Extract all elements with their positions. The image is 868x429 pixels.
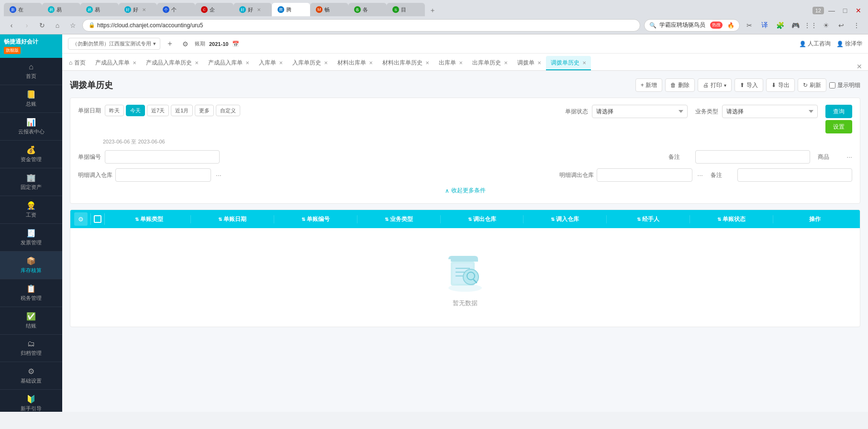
tab-close-all[interactable]: ✕ — [853, 63, 866, 70]
menu-icon[interactable]: ⋮ — [851, 20, 862, 31]
sidebar-item-fixed-assets[interactable]: 🏢固定资产 — [0, 168, 62, 196]
table-select-all-checkbox[interactable] — [94, 215, 101, 223]
tab-product-in2-close[interactable]: ✕ — [245, 60, 249, 66]
tab-material-out[interactable]: 材料出库单✕ — [333, 56, 378, 70]
biz-type-select[interactable]: 请选择 — [722, 105, 818, 118]
th-doc-status[interactable]: ⇅ 单账状态 — [690, 215, 773, 223]
sidebar-item-invoice[interactable]: 🧾发票管理 — [0, 224, 62, 252]
browser-tab-10[interactable]: 各 各 — [348, 3, 387, 16]
tab-product-in-history[interactable]: 产成品入库单历史✕ — [141, 56, 203, 70]
goods-picker[interactable]: ··· — [846, 153, 852, 161]
th-doc-no[interactable]: ⇅ 单账编号 — [274, 215, 357, 223]
games-icon[interactable]: 🎮 — [790, 20, 801, 31]
1month-btn[interactable]: 近1月 — [171, 105, 193, 116]
th-doc-date[interactable]: ⇅ 单账日期 — [191, 215, 274, 223]
tab-transfer-history[interactable]: 调拨单历史✕ — [546, 56, 591, 70]
tab-product-in2[interactable]: 产成品入库单✕ — [203, 56, 254, 70]
export-btn[interactable]: ⬇ 导出 — [766, 78, 795, 92]
detail-in-picker[interactable]: ··· — [216, 171, 222, 179]
browser-tab-7[interactable]: 好 好 ✕ — [234, 3, 272, 16]
tab-material-out-history[interactable]: 材料出库单历史✕ — [378, 56, 434, 70]
company-settings-btn[interactable]: ⚙ — [179, 38, 191, 50]
forward-btn[interactable]: › — [21, 20, 33, 31]
7days-btn[interactable]: 近7天 — [147, 105, 169, 116]
browser-tab-6[interactable]: C 企 — [195, 3, 234, 16]
tab-stock-in[interactable]: 入库单✕ — [254, 56, 288, 70]
sidebar-item-capital[interactable]: 💰资金管理 — [0, 141, 62, 168]
today-btn[interactable]: 今天 — [126, 105, 145, 116]
calendar-icon[interactable]: 📅 — [232, 41, 239, 47]
tab-transfer-close[interactable]: ✕ — [537, 60, 541, 66]
sidebar-item-basic[interactable]: ⚙基础设置 — [0, 362, 62, 390]
browser-tab-2[interactable]: 易 易 — [42, 3, 80, 16]
refresh-btn[interactable]: ↻ 刷新 — [798, 78, 826, 92]
browser-tab-11[interactable]: S 目 — [387, 3, 425, 16]
yesterday-btn[interactable]: 昨天 — [105, 105, 124, 116]
sidebar-item-ledger[interactable]: 📒总账 — [0, 85, 62, 113]
sidebar-item-home[interactable]: ⌂首页 — [0, 58, 62, 85]
browser-tab-close-7[interactable]: ✕ — [257, 7, 261, 12]
table-settings-icon[interactable]: ⚙ — [74, 212, 88, 226]
collapse-btn[interactable]: ∧ 收起更多条件 — [445, 187, 486, 195]
sidebar-item-reports[interactable]: 📊云报表中心 — [0, 113, 62, 141]
tab-stock-in-close[interactable]: ✕ — [279, 60, 283, 66]
scissors-icon[interactable]: ✂ — [744, 20, 755, 31]
browser-minimize-btn[interactable]: — — [826, 5, 837, 16]
extensions-icon[interactable]: 🧩 — [774, 20, 786, 31]
import-btn[interactable]: ⬆ 导入 — [734, 78, 763, 92]
sidebar-item-settle[interactable]: ✅结账 — [0, 307, 62, 335]
tab-material-out-close[interactable]: ✕ — [369, 60, 373, 66]
remark-input[interactable] — [695, 150, 810, 164]
company-selector[interactable]: （勿删勿禁用）江西服宝测试专用 ▾ — [68, 38, 160, 50]
th-in-warehouse[interactable]: ⇅ 调入仓库 — [523, 215, 607, 223]
tab-home[interactable]: ⌂首页 — [64, 56, 90, 70]
detail-out-input[interactable] — [597, 168, 692, 182]
refresh-btn[interactable]: ↻ — [36, 20, 48, 31]
browser-tab-1[interactable]: 新 在 — [4, 3, 42, 16]
query-btn[interactable]: 查询 — [825, 105, 852, 118]
sidebar-item-guide[interactable]: 🔰新手引导 — [0, 390, 62, 412]
history-back-icon[interactable]: ↩ — [835, 20, 847, 31]
apps-icon[interactable]: ⋮⋮ — [805, 20, 816, 31]
show-all-checkbox[interactable] — [829, 82, 835, 88]
detail-out-picker[interactable]: ··· — [697, 171, 703, 179]
user-service-btn[interactable]: 👤 人工咨询 — [799, 40, 831, 48]
detail-remark-input[interactable] — [737, 168, 852, 182]
address-input[interactable]: 🔒 https://cloud.chanjet.com/accounting/u… — [82, 19, 640, 32]
tab-stock-in-history-close[interactable]: ✕ — [324, 60, 328, 66]
tab-stock-out-history-close[interactable]: ✕ — [504, 60, 508, 66]
tab-transfer[interactable]: 调拨单✕ — [512, 56, 546, 70]
tab-stock-out-history[interactable]: 出库单历史✕ — [467, 56, 512, 70]
tab-stock-in-history[interactable]: 入库单历史✕ — [288, 56, 333, 70]
back-btn[interactable]: ‹ — [6, 20, 17, 31]
browser-tab-5[interactable]: 个 个 — [157, 3, 195, 16]
doc-no-input[interactable] — [105, 150, 220, 164]
search-box[interactable]: 🔍 学霸应聘场驱鸟员 热搜 🔥 — [644, 19, 740, 32]
user-avatar[interactable]: 👤 徐泽华 — [836, 40, 862, 48]
tab-stock-out[interactable]: 出库单✕ — [434, 56, 467, 70]
new-tab-btn[interactable]: ＋ — [427, 5, 438, 16]
th-doc-type[interactable]: ⇅ 单账类型 — [108, 215, 191, 223]
tab-product-in-close[interactable]: ✕ — [133, 60, 136, 66]
tab-stock-out-close[interactable]: ✕ — [459, 60, 463, 66]
print-btn[interactable]: 🖨 打印 ▾ — [698, 78, 732, 92]
th-handler[interactable]: ⇅ 经手人 — [607, 215, 690, 223]
browser-maximize-btn[interactable]: □ — [839, 5, 851, 16]
home-btn[interactable]: ⌂ — [52, 20, 63, 31]
tab-transfer-history-close[interactable]: ✕ — [582, 60, 586, 66]
sidebar-item-inventory[interactable]: 📦库存核算 — [0, 252, 62, 279]
delete-btn[interactable]: 🗑 删除 — [665, 78, 695, 92]
translate-icon[interactable]: 译 — [759, 20, 770, 31]
browser-tab-8[interactable]: 腾 腾 — [272, 3, 310, 16]
bookmark-btn[interactable]: ☆ — [67, 20, 78, 31]
sidebar-item-archive[interactable]: 🗂归档管理 — [0, 335, 62, 362]
status-select[interactable]: 请选择 — [592, 105, 688, 118]
tab-material-out-history-close[interactable]: ✕ — [425, 60, 429, 66]
tab-product-in-history-close[interactable]: ✕ — [195, 60, 199, 66]
tab-product-in[interactable]: 产成品入库单✕ — [90, 56, 141, 70]
more-btn[interactable]: 更多 — [195, 105, 214, 116]
browser-tab-3[interactable]: 易 易 — [80, 3, 119, 16]
settings-filter-btn[interactable]: 设置 — [825, 120, 852, 133]
sidebar-item-payroll[interactable]: 👷工资 — [0, 196, 62, 224]
th-out-warehouse[interactable]: ⇅ 调出仓库 — [441, 215, 524, 223]
